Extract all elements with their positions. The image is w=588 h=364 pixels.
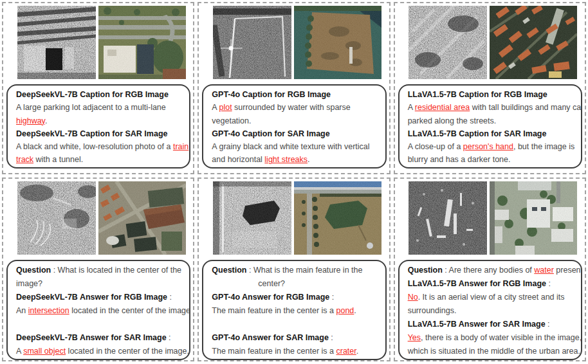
highlighted-term: Yes [408,333,421,342]
text-segment: : [329,333,333,342]
text-segment: The main feature in the center is a [212,306,336,315]
text-segment: : [167,333,171,342]
bold-label: LLaVA1.5-7B Answer for SAR Image [408,320,546,329]
text-line: No. It is an aerial view of a city stree… [408,291,574,304]
text-segment: with a tunnel. [33,155,83,164]
bold-label: DeepSeekVL-7B Caption for RGB Image [16,90,169,99]
text-segment: . It is an aerial view of a city street … [418,293,565,302]
text-line: Question : What is located in the center… [16,264,183,277]
panel-gpt4o-caption: GPT-4o Caption for RGB ImageA plot surro… [198,2,390,174]
text-segment: , there is a body of water visible in th… [421,333,582,342]
text-line [16,318,183,331]
bold-label: GPT-4o Caption for RGB Image [212,90,331,99]
text-line: blurry and has a darker tone. [408,153,574,166]
text-line: surroundings. [408,304,574,318]
text-segment: and horizontal [212,155,264,164]
text-segment: surrounded by water with sparse [232,103,351,112]
text-line: A grainy black and white texture with ve… [212,140,378,153]
image-pair [398,181,586,255]
text-line: Question : What is the main feature in t… [212,264,378,277]
image-pair [398,6,586,79]
bold-label: DeepSeekVL-7B Answer for SAR Image [16,333,167,342]
highlighted-term: train [173,142,188,151]
text-segment: : [546,320,550,329]
text-segment: parked along the streets. [408,116,497,125]
text-segment: which is situated in the middle of the u… [408,347,580,356]
sar-image [409,6,487,79]
highlighted-term: No [408,293,418,302]
text-segment: : What is the main feature in the [247,266,363,275]
bold-label: LLaVA1.5-7B Caption for SAR Image [408,129,547,138]
text-segment: A [16,347,23,356]
highlighted-term: person's hand [463,142,513,151]
image-pair [202,181,390,255]
panel-llava-caption: LLaVA1.5-7B Caption for RGB ImageA resid… [394,2,586,174]
image-pair [6,181,194,255]
caption-box: GPT-4o Caption for RGB ImageA plot surro… [202,84,386,168]
text-segment: located in the center of the image. [69,306,191,315]
bold-label: DeepSeekVL-7B Answer for RGB Image [16,293,167,302]
highlighted-term: crater [336,347,356,356]
rgb-image [294,6,381,79]
text-line: LLaVA1.5-7B Answer for SAR Image : [408,318,574,331]
text-line: A black and white, low-resolution photo … [16,140,183,153]
text-line: GPT-4o Caption for SAR Image [212,127,378,140]
text-line: A large parking lot adjacent to a multi-… [16,101,183,114]
highlighted-term: highway [16,116,45,125]
text-line: parked along the streets. [408,114,574,127]
sar-image-canvas [17,6,96,79]
text-line: and horizontal light streaks. [212,153,378,166]
image-pair [6,6,194,79]
highlighted-term: residential area [415,103,470,112]
text-segment: : Are there any bodies of [443,266,534,275]
text-line: LLaVA1.5-7B Caption for RGB Image [408,88,574,101]
text-segment: . [356,347,358,356]
sar-image [17,6,96,79]
highlighted-term: track [16,155,33,164]
text-segment: . [45,116,47,125]
text-line: vegetation. [212,114,378,127]
text-line: LLaVA1.5-7B Answer for RGB Image : [408,277,574,291]
text-segment: The main feature in the center is a [212,347,336,356]
caption-box: DeepSeekVL-7B Caption for RGB ImageA lar… [6,84,190,168]
image-pair [202,6,390,79]
highlighted-term: pond [336,306,354,315]
text-segment: with tall buildings and many cars [470,103,582,112]
text-segment: A black and white, low-resolution photo … [16,142,173,151]
text-line: GPT-4o Answer for RGB Image : [212,291,378,304]
text-segment: center? [258,279,285,288]
text-line: DeepSeekVL-7B Caption for SAR Image [16,127,183,140]
sar-image-canvas [409,6,487,79]
text-segment: image? [16,279,42,288]
rgb-image [294,181,381,255]
panel-gpt4o-vqa: Question : What is the main feature in t… [198,177,390,361]
rgb-image-canvas [294,181,381,255]
bold-label: GPT-4o Caption for SAR Image [212,129,329,138]
highlighted-term: light streaks [264,155,308,164]
text-line: highway. [16,114,183,127]
rgb-image [490,181,577,255]
rgb-image [98,181,186,255]
text-segment: : [546,279,551,288]
bold-label: Question [212,266,246,275]
bold-label: Question [16,266,51,275]
rgb-image-canvas [294,6,381,79]
text-segment: A grainy black and white texture with ve… [212,142,369,151]
rgb-image [490,6,577,79]
figure-grid: DeepSeekVL-7B Caption for RGB ImageA lar… [0,0,588,364]
text-line: DeepSeekVL-7B Caption for RGB Image [16,88,183,101]
sar-image-canvas [409,181,487,255]
text-segment: located in the center of the image. [66,347,189,356]
caption-box: LLaVA1.5-7B Caption for RGB ImageA resid… [398,84,582,168]
text-segment: A large parking lot adjacent to a multi-… [16,103,166,112]
bold-label: Question [408,266,443,275]
highlighted-term: intersection [28,306,69,315]
text-segment: , but the image is [513,142,574,151]
text-line: A residential area with tall buildings a… [408,101,574,114]
text-line: DeepSeekVL-7B Answer for RGB Image : [16,291,183,304]
text-segment: : [329,293,334,302]
highlighted-term: plot [219,103,232,112]
text-line: Question : Are there any bodies of water… [408,264,574,277]
text-line: A plot surrounded by water with sparse [212,101,378,114]
highlighted-term: small object [23,347,66,356]
